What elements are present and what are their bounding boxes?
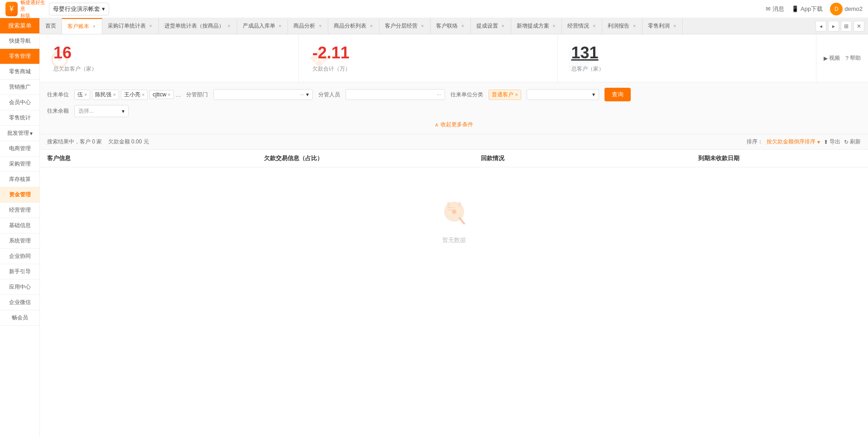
sidebar-item-marketing[interactable]: 营销推广 [0, 80, 39, 95]
sort-label: 排序： [747, 138, 763, 146]
stat-label-total-customers: 总客户（家） [571, 65, 803, 73]
download-icon: 📱 [791, 5, 799, 12]
sidebar-item-retail-mall[interactable]: 零售商城 [0, 64, 39, 80]
sidebar-search[interactable]: 搜索菜单 [0, 18, 39, 33]
filter-dept-select[interactable]: ··· ▾ [213, 89, 313, 100]
tab-scroll-right[interactable]: ▸ [828, 21, 839, 32]
col-customer-info: 客户信息 [47, 154, 264, 162]
tab-new-reminder[interactable]: 新增提成方案 × [511, 18, 562, 34]
logo-text: 畅捷通好生意 标版 [20, 0, 45, 19]
sidebar-item-retail[interactable]: 零售管理 [0, 49, 39, 64]
export-button[interactable]: ⬆ 导出 [824, 138, 840, 146]
tab-close-customer-layered[interactable]: × [420, 24, 425, 28]
video-link[interactable]: ▶ 视频 [824, 54, 840, 62]
tab-customer-accounts[interactable]: 客户账本 × [62, 18, 102, 34]
result-text: 搜索结果中，客户 0 家 欠款金额 0.00 元 [47, 138, 149, 146]
sidebar-item-wholesale[interactable]: 批发管理 ▾ [0, 126, 39, 141]
tab-close-product-analysis-list[interactable]: × [369, 24, 374, 28]
tab-close-all[interactable]: ✕ [854, 21, 864, 32]
filter-more-tags[interactable]: ... [176, 91, 181, 98]
sidebar-item-enterprise-coop[interactable]: 企业协同 [0, 249, 39, 264]
tab-close-operation-status[interactable]: × [592, 24, 596, 28]
refresh-button[interactable]: ↻ 刷新 [844, 138, 861, 146]
sidebar-item-purchase[interactable]: 采购管理 [0, 157, 39, 172]
remove-unit-type[interactable]: × [515, 92, 518, 97]
refresh-icon: ↻ [844, 139, 849, 145]
stat-value-credit-customers: 16 [53, 43, 285, 62]
filter-dept-more[interactable]: ··· [300, 91, 304, 98]
sidebar-item-basic-info[interactable]: 基础信息 [0, 218, 39, 233]
remove-tag-3[interactable]: × [142, 92, 144, 97]
sidebar-item-vip-member[interactable]: 畅会员 [0, 310, 39, 326]
filter-tag-3[interactable]: 王小亮 × [121, 90, 148, 100]
sort-select[interactable]: 按欠款金额倒序排序 ▾ [767, 138, 820, 146]
col-overdue-date: 到期未收款日期 [698, 154, 861, 162]
stat-total-customers: ▦ 131 总客户（家） [558, 34, 817, 82]
collapse-btn[interactable]: ∧ 收起更多条件 [47, 121, 861, 128]
sidebar-item-retail-stats[interactable]: 零售统计 [0, 110, 39, 126]
tab-close-retail-profit[interactable]: × [672, 24, 677, 28]
sidebar-item-finance[interactable]: 资金管理 [0, 187, 39, 203]
video-icon: ▶ [824, 55, 828, 62]
tab-close-customer-contact[interactable]: × [460, 24, 465, 28]
filter-unit-type-ordinary[interactable]: 普通客户 × [489, 90, 521, 100]
message-icon: ✉ [766, 5, 771, 12]
tab-close-reminder-settings[interactable]: × [501, 24, 505, 28]
filter-tag-1[interactable]: 伍 × [74, 90, 90, 100]
svg-point-6 [447, 202, 451, 207]
result-info: 搜索结果中，客户 0 家 欠款金额 0.00 元 [47, 138, 149, 146]
tab-close-inbound-stats[interactable]: × [227, 24, 231, 28]
filter-balance-select[interactable]: 选择... ▾ [74, 105, 129, 117]
store-selector[interactable]: 母婴行业演示帐套 ▾ [49, 3, 109, 15]
export-icon: ⬆ [824, 139, 828, 145]
tab-product-analysis-list[interactable]: 商品分析列表 × [328, 18, 379, 34]
filter-tag-2[interactable]: 陈民强 × [92, 90, 119, 100]
help-link[interactable]: ? 帮助 [845, 54, 861, 62]
tab-product-analysis[interactable]: 商品分析 × [288, 18, 328, 34]
tab-customer-layered[interactable]: 客户分层经营 × [379, 18, 431, 34]
sidebar-item-member[interactable]: 会员中心 [0, 95, 39, 110]
stat-value-total-customers: 131 [571, 43, 803, 62]
tab-inbound-stats[interactable]: 进货单统计表（按商品） × [159, 18, 237, 34]
tab-retail-profit[interactable]: 零售利润 × [643, 18, 683, 34]
messages-link[interactable]: ✉ 消息 [766, 5, 784, 13]
sidebar-item-new-guide[interactable]: 新手引导 [0, 264, 39, 280]
remove-tag-4[interactable]: × [168, 92, 170, 97]
tab-close-purchase-order[interactable]: × [149, 24, 153, 28]
filter-person-select[interactable]: ··· [345, 89, 445, 100]
app-download-link[interactable]: 📱 App下载 [791, 5, 823, 13]
tab-close-profit-report[interactable]: × [632, 24, 637, 28]
tab-reminder-settings[interactable]: 提成设置 × [471, 18, 511, 34]
sidebar-item-ecommerce[interactable]: 电商管理 [0, 141, 39, 157]
svg-rect-4 [448, 207, 455, 208]
sidebar-item-app-center[interactable]: 应用中心 [0, 280, 39, 295]
tab-operation-status[interactable]: 经营情况 × [562, 18, 602, 34]
sidebar-item-inventory[interactable]: 库存核算 [0, 172, 39, 187]
tab-close-customer-accounts[interactable]: × [92, 24, 96, 29]
sidebar-item-quick-nav[interactable]: 快捷导航 [0, 33, 39, 49]
tab-close-product-analysis[interactable]: × [318, 24, 322, 28]
sidebar-item-system[interactable]: 系统管理 [0, 233, 39, 249]
remove-tag-1[interactable]: × [84, 92, 87, 97]
remove-tag-2[interactable]: × [113, 92, 115, 97]
tab-profit-report[interactable]: 利润报告 × [602, 18, 643, 34]
sidebar-item-operations[interactable]: 经营管理 [0, 203, 39, 218]
filter-person-more[interactable]: ··· [436, 91, 441, 98]
tab-more[interactable]: ⊞ [841, 21, 852, 32]
chevron-down-icon: ▾ [102, 5, 105, 12]
stat-credit-amount: ❖ -2.11 欠款合计（万） [299, 34, 558, 82]
filter-unit-type-dropdown[interactable]: ▾ [527, 89, 599, 100]
user-profile[interactable]: D demo2 [830, 3, 863, 15]
sidebar-item-enterprise-wechat[interactable]: 企业微信 [0, 295, 39, 310]
filter-tag-4[interactable]: cjttcw × [149, 90, 173, 99]
tab-customer-contact[interactable]: 客户联络 × [431, 18, 471, 34]
main-content: 首页 客户账本 × 采购订单统计表 × 进货单统计表（按商品） × 产成品入库单… [40, 18, 868, 437]
tab-home[interactable]: 首页 [40, 18, 62, 34]
tab-close-new-reminder[interactable]: × [552, 24, 556, 28]
page-content: ⊙ 16 总欠款客户（家） ❖ -2.11 欠款合计（万） ▦ 131 总客户（… [40, 34, 868, 437]
tab-scroll-left[interactable]: ◂ [815, 21, 826, 32]
query-button[interactable]: 查询 [604, 88, 631, 101]
tab-purchase-order[interactable]: 采购订单统计表 × [102, 18, 159, 34]
tab-product-inbound[interactable]: 产成品入库单 × [237, 18, 288, 34]
tab-close-product-inbound[interactable]: × [278, 24, 283, 28]
